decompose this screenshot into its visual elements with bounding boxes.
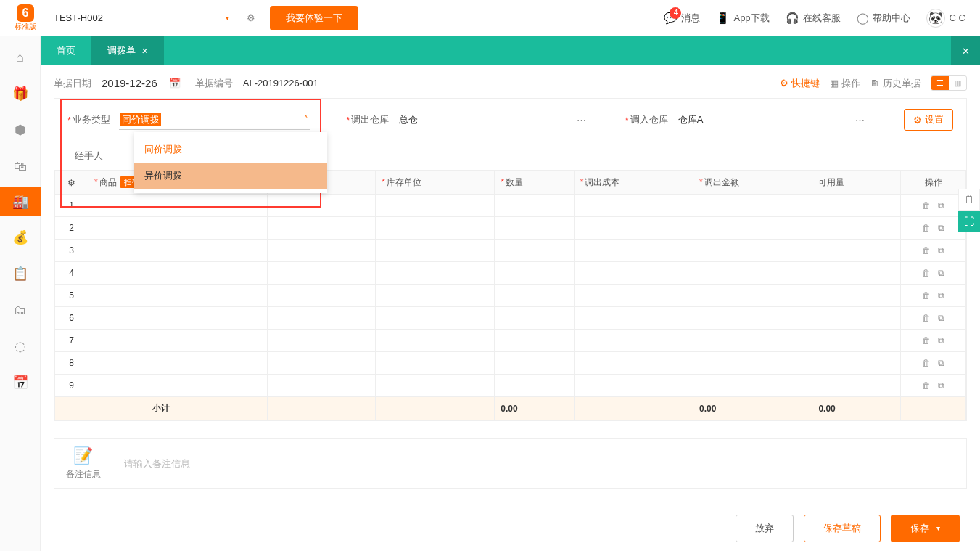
nav-download[interactable]: 📱 App下载 [716,12,769,25]
try-button[interactable]: 我要体验一下 [270,6,358,30]
nav-service[interactable]: 🎧 在线客服 [786,12,841,25]
gear-icon[interactable]: ⚙ [247,12,255,23]
message-badge: 4 [670,7,681,19]
nav-messages[interactable]: 💬 4 消息 [664,12,700,25]
phone-icon: 📱 [716,12,730,25]
topbar: 6 标准版 TEST-H002 ▾ ⚙ 我要体验一下 💬 4 消息 📱 App下… [0,0,980,36]
nav-user[interactable]: 🐼 C C [926,9,965,28]
logo-icon: 6 [17,4,34,22]
company-select[interactable]: TEST-H002 ▾ [51,8,232,28]
headset-icon: 🎧 [786,12,799,25]
avatar: 🐼 [926,9,945,28]
company-name: TEST-H002 [54,12,103,23]
logo-label: 标准版 [15,22,36,32]
nav-help[interactable]: ◯ 帮助中心 [857,12,910,25]
logo: 6 标准版 [15,4,36,32]
help-icon: ◯ [857,12,869,25]
chevron-down-icon: ▾ [226,14,229,22]
